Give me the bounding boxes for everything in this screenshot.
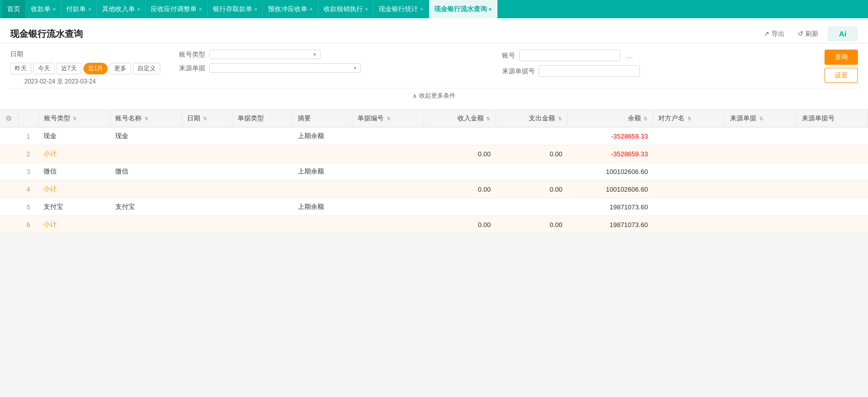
nav-payment-label: 付款单 — [66, 5, 86, 14]
source-doc-label: 来源单据 — [179, 64, 205, 73]
account-type-label: 账号类型 — [179, 50, 205, 59]
date-btn-1month[interactable]: 近1月 — [83, 63, 108, 74]
row-seq: 1 — [18, 127, 38, 145]
nav-close-cash-flow[interactable]: × — [489, 6, 492, 12]
settings-gear-icon[interactable]: ⚙ — [6, 114, 12, 122]
doc-no-header[interactable]: 单据编号 ⇅ — [352, 110, 424, 127]
refresh-button[interactable]: ↺ 刷新 — [794, 26, 823, 41]
source-doc-no-header-label: 来源单据号 — [802, 114, 835, 122]
balance-header[interactable]: 余额 ⇅ — [568, 110, 653, 127]
account-type-header[interactable]: 账号类型 ⇅ — [38, 110, 110, 127]
nav-close-bank[interactable]: × — [254, 6, 257, 12]
export-label: 导出 — [771, 29, 785, 38]
collapse-button[interactable]: ∧ 收起更多条件 — [10, 88, 858, 103]
date-btn-today[interactable]: 今天 — [33, 63, 55, 74]
nav-item-receipt[interactable]: 收款单 × — [26, 0, 61, 18]
row-counterparty — [653, 163, 725, 181]
nav-close-writeoff[interactable]: × — [365, 6, 368, 12]
row-account-type: 支付宝 — [38, 198, 110, 216]
table-container: ⚙ 账号类型 ⇅ 账号名称 ⇅ 日期 ⇅ 单据类型 — [0, 110, 868, 234]
row-source-doc — [725, 198, 797, 216]
export-button[interactable]: ↗ 导出 — [760, 26, 789, 41]
date-shortcuts: 昨天 今天 近7天 近1月 更多 自定义 — [10, 63, 160, 74]
row-doc-no — [352, 145, 424, 163]
nav-close-payment[interactable]: × — [88, 6, 91, 12]
row-income: 0.00 — [424, 145, 496, 163]
nav-item-cash-flow[interactable]: 现金银行流水查询 × — [429, 0, 497, 18]
source-doc-header[interactable]: 来源单据 ⇅ — [725, 110, 797, 127]
income-sort-icon: ⇅ — [486, 116, 490, 121]
date-filter-group: 日期 昨天 今天 近7天 近1月 更多 自定义 — [10, 50, 164, 74]
nav-item-payment[interactable]: 付款单 × — [61, 0, 97, 18]
row-summary — [293, 145, 352, 163]
row-date — [182, 198, 232, 216]
row-gear — [0, 145, 18, 163]
ai-button[interactable]: Ai — [828, 26, 858, 41]
source-doc-chevron-icon: ▾ — [354, 65, 356, 71]
income-header[interactable]: 收入金额 ⇅ — [424, 110, 496, 127]
row-source-doc-no — [797, 163, 868, 181]
row-doc-no — [352, 198, 424, 216]
date-btn-custom[interactable]: 自定义 — [133, 63, 160, 74]
account-input[interactable] — [519, 50, 620, 61]
nav-item-writeoff[interactable]: 收款核销执行 × — [318, 0, 374, 18]
nav-close-ar-ap[interactable]: × — [199, 6, 202, 12]
row-account-name — [110, 216, 182, 234]
nav-item-bank-deposit[interactable]: 银行存取款单 × — [208, 0, 263, 18]
account-name-header[interactable]: 账号名称 ⇅ — [110, 110, 182, 127]
date-btn-more[interactable]: 更多 — [110, 63, 131, 74]
row-income — [424, 163, 496, 181]
page-title: 现金银行流水查询 — [10, 28, 83, 40]
table-row: 1 现金 现金 上期余额 -3528659.33 — [0, 127, 868, 145]
nav-close-other-income[interactable]: × — [137, 6, 140, 12]
source-doc-header-label: 来源单据 — [730, 114, 756, 122]
row-source-doc-no — [797, 127, 868, 145]
filter-area: 日期 昨天 今天 近7天 近1月 更多 自定义 2023-02-24 至 202… — [0, 43, 868, 110]
row-balance: 100102606.60 — [568, 181, 653, 198]
summary-header[interactable]: 摘要 — [293, 110, 352, 127]
doc-type-header[interactable]: 单据类型 — [232, 110, 293, 127]
settings-button[interactable]: 设置 — [825, 68, 858, 83]
source-doc-no-header[interactable]: 来源单据号 — [797, 110, 868, 127]
row-gear — [0, 127, 18, 145]
nav-item-cash-stats[interactable]: 现金银行统计 × — [374, 0, 429, 18]
account-name-sort-icon: ⇅ — [145, 116, 149, 121]
date-btn-7days[interactable]: 近7天 — [57, 63, 81, 74]
row-doc-no — [352, 181, 424, 198]
expense-header[interactable]: 支出金额 ⇅ — [496, 110, 568, 127]
query-button[interactable]: 查询 — [825, 50, 858, 65]
table-header-row: ⚙ 账号类型 ⇅ 账号名称 ⇅ 日期 ⇅ 单据类型 — [0, 110, 868, 127]
export-icon: ↗ — [764, 30, 769, 37]
row-account-type: 现金 — [38, 127, 110, 145]
nav-close-prepay[interactable]: × — [309, 6, 312, 12]
nav-item-other-income[interactable]: 其他收入单 × — [97, 0, 146, 18]
row-source-doc-no — [797, 181, 868, 198]
row-source-doc-no — [797, 145, 868, 163]
refresh-label: 刷新 — [805, 29, 818, 38]
account-type-select[interactable]: ▾ — [209, 50, 321, 59]
row-account-name — [110, 181, 182, 198]
account-dots[interactable]: ... — [624, 51, 635, 60]
row-gear — [0, 216, 18, 234]
date-btn-yesterday[interactable]: 昨天 — [10, 63, 31, 74]
header-actions: ↗ 导出 ↺ 刷新 Ai — [760, 26, 858, 41]
nav-item-prepay-offset[interactable]: 预收冲应收单 × — [263, 0, 318, 18]
row-doc-no — [352, 127, 424, 145]
nav-item-home[interactable]: 首页 — [2, 0, 26, 18]
row-doc-type — [232, 145, 293, 163]
row-date — [182, 145, 232, 163]
counterparty-header[interactable]: 对方户名 ⇅ — [653, 110, 725, 127]
nav-close-cash-stats[interactable]: × — [420, 6, 423, 12]
date-header[interactable]: 日期 ⇅ — [182, 110, 232, 127]
row-counterparty — [653, 145, 725, 163]
source-doc-select[interactable]: ▾ — [209, 63, 361, 73]
table-row: 4 小计 0.00 0.00 100102606.60 — [0, 181, 868, 198]
balance-sort-icon: ⇅ — [644, 116, 648, 121]
row-source-doc — [725, 216, 797, 234]
source-doc-no-input[interactable] — [539, 65, 640, 77]
action-buttons: 查询 设置 — [825, 50, 858, 83]
nav-item-ar-ap-adjust[interactable]: 应收应付调整单 × — [146, 0, 207, 18]
nav-close-receipt[interactable]: × — [53, 6, 56, 12]
expense-sort-icon: ⇅ — [558, 116, 562, 121]
row-seq: 4 — [18, 181, 38, 198]
